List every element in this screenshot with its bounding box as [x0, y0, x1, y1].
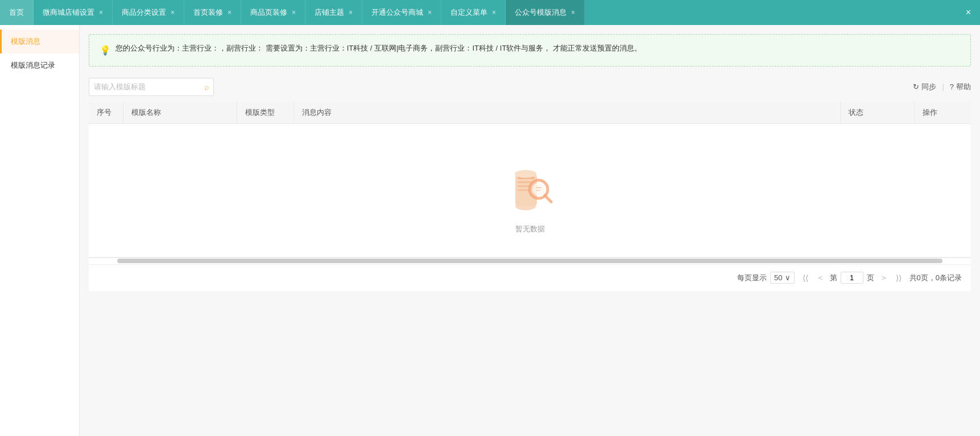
sidebar: 模版消息 模版消息记录 — [0, 25, 80, 436]
close-open-store[interactable]: × — [428, 9, 432, 16]
nav-tab-store-theme-label: 店铺主题 — [315, 7, 344, 18]
col-name: 模版名称 — [123, 102, 237, 124]
empty-state: 暂无数据 — [89, 124, 971, 257]
alert-text: 您的公众号行业为：主营行业：，副营行业： 需要设置为：主营行业：IT科技 / 互… — [115, 43, 642, 55]
nav-tab-shop-settings[interactable]: 微商城店铺设置 × — [34, 0, 113, 25]
close-home-decor[interactable]: × — [228, 9, 231, 16]
alert-highlight: 需要设置为：主营行业：IT科技 / 互联网|电子商务，副营行业：IT科技 / I… — [266, 44, 551, 52]
nav-tab-open-store[interactable]: 开通公众号商城 × — [362, 0, 441, 25]
scroll-area[interactable] — [89, 258, 971, 264]
close-template-msg[interactable]: × — [571, 9, 575, 16]
nav-tab-custom-menu-label: 自定义菜单 — [450, 7, 487, 18]
svg-rect-3 — [518, 181, 532, 183]
page-nav: ⟨⟨ ＜ 第 页 ＞ ⟩⟩ — [800, 272, 904, 284]
prev-page-button[interactable]: ＜ — [814, 272, 826, 284]
col-index: 序号 — [89, 102, 123, 124]
sidebar-item-template-record[interactable]: 模版消息记录 — [0, 53, 79, 77]
nav-tab-store-theme[interactable]: 店铺主题 × — [305, 0, 362, 25]
main-layout: 模版消息 模版消息记录 💡 您的公众号行业为：主营行业：，副营行业： 需要设置为… — [0, 25, 980, 436]
close-category[interactable]: × — [171, 9, 175, 16]
svg-rect-10 — [536, 187, 541, 188]
nav-tab-custom-menu[interactable]: 自定义菜单 × — [441, 0, 506, 25]
page-total: 共0页，0条记录 — [909, 273, 962, 283]
help-icon: ? — [950, 82, 954, 91]
nav-tab-home-decor[interactable]: 首页装修 × — [184, 0, 241, 25]
alert-box: 💡 您的公众号行业为：主营行业：，副营行业： 需要设置为：主营行业：IT科技 /… — [89, 34, 971, 67]
nav-tab-product-decor[interactable]: 商品页装修 × — [241, 0, 305, 25]
data-table: 序号 模版名称 模版类型 消息内容 状态 操作 — [89, 102, 971, 258]
sync-label: 同步 — [921, 82, 936, 92]
close-product-decor[interactable]: × — [292, 9, 296, 16]
page-size-value: 50 — [774, 273, 782, 282]
sidebar-item-template-record-label: 模版消息记录 — [11, 61, 55, 69]
svg-rect-11 — [536, 190, 540, 191]
sync-button[interactable]: ↻ 同步 — [913, 82, 936, 92]
first-page-button[interactable]: ⟨⟨ — [800, 272, 811, 284]
nav-tab-home-decor-label: 首页装修 — [193, 7, 223, 18]
scroll-track[interactable] — [117, 259, 942, 263]
sync-icon: ↻ — [913, 82, 919, 91]
alert-prefix: 您的公众号行业为：主营行业：，副营行业： — [115, 44, 263, 52]
svg-rect-4 — [518, 185, 530, 187]
nav-tab-template-msg[interactable]: 公众号模版消息 × — [506, 0, 585, 25]
nav-tab-product-decor-label: 商品页装修 — [250, 7, 287, 18]
svg-rect-5 — [518, 189, 529, 191]
svg-point-6 — [515, 170, 536, 178]
page-size-dropdown[interactable]: 50 ∨ — [770, 272, 794, 284]
close-store-theme[interactable]: × — [349, 9, 353, 16]
nav-tab-template-msg-label: 公众号模版消息 — [515, 7, 567, 18]
empty-illustration — [502, 158, 559, 215]
nav-tab-shop-settings-label: 微商城店铺设置 — [43, 7, 94, 18]
empty-text: 暂无数据 — [89, 224, 971, 234]
search-input[interactable] — [94, 82, 201, 91]
toolbar-right: ↻ 同步 | ? 帮助 — [913, 82, 971, 92]
page-label-after: 页 — [867, 273, 874, 283]
nav-tab-category[interactable]: 商品分类设置 × — [113, 0, 184, 25]
nav-tab-open-store-label: 开通公众号商城 — [371, 7, 423, 18]
chevron-down-icon: ∨ — [785, 273, 791, 282]
next-page-button[interactable]: ＞ — [878, 272, 890, 284]
nav-tab-category-label: 商品分类设置 — [122, 7, 166, 18]
alert-suffix: 才能正常发送预置的消息。 — [553, 44, 642, 52]
nav-tab-home[interactable]: 首页 — [0, 0, 34, 25]
svg-point-8 — [532, 183, 545, 196]
close-custom-menu[interactable]: × — [492, 9, 496, 16]
toolbar-divider: | — [942, 82, 944, 91]
pagination: 每页显示 50 ∨ ⟨⟨ ＜ 第 页 ＞ ⟩⟩ 共0页，0条记录 — [89, 264, 971, 291]
col-action: 操作 — [914, 102, 971, 124]
main-content: 💡 您的公众号行业为：主营行业：，副营行业： 需要设置为：主营行业：IT科技 /… — [80, 25, 980, 436]
page-size-selector: 每页显示 50 ∨ — [737, 272, 794, 284]
col-content: 消息内容 — [293, 102, 840, 124]
last-page-button[interactable]: ⟩⟩ — [894, 272, 904, 284]
col-type: 模版类型 — [237, 102, 293, 124]
page-size-label: 每页显示 — [737, 273, 767, 283]
page-label-before: 第 — [830, 273, 837, 283]
alert-icon: 💡 — [100, 43, 111, 58]
col-status: 状态 — [840, 102, 914, 124]
sidebar-item-template[interactable]: 模版消息 — [0, 30, 79, 53]
close-all-tabs[interactable]: × — [957, 7, 980, 18]
sidebar-item-template-label: 模版消息 — [11, 37, 40, 45]
search-icon[interactable]: ⌕ — [204, 82, 209, 92]
toolbar: ⌕ ↻ 同步 | ? 帮助 — [89, 78, 971, 96]
page-number-input[interactable] — [841, 272, 863, 284]
svg-line-9 — [545, 196, 551, 202]
nav-tab-home-label: 首页 — [9, 7, 24, 18]
search-box[interactable]: ⌕ — [89, 78, 214, 96]
help-label: 帮助 — [956, 82, 971, 92]
help-button[interactable]: ? 帮助 — [950, 82, 971, 92]
top-nav: 首页 微商城店铺设置 × 商品分类设置 × 首页装修 × 商品页装修 × 店铺主… — [0, 0, 980, 25]
close-shop-settings[interactable]: × — [99, 9, 103, 16]
table-header-row: 序号 模版名称 模版类型 消息内容 状态 操作 — [89, 102, 971, 124]
